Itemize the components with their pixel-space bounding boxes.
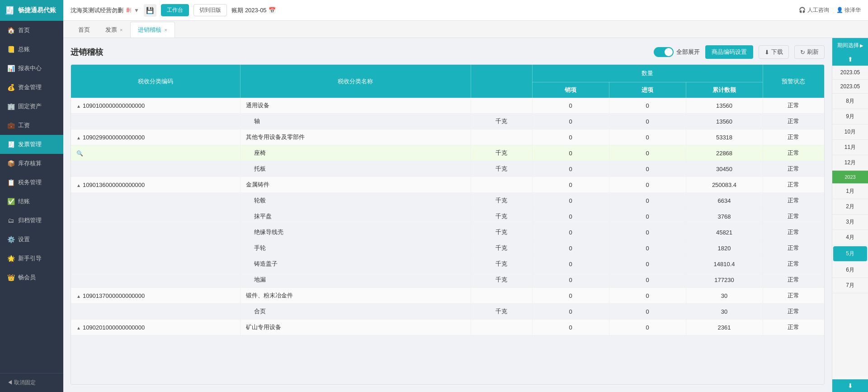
row-total: 30	[686, 304, 763, 320]
toggle-track[interactable]	[654, 47, 674, 57]
expand-toggle[interactable]: 全部展开	[654, 47, 700, 57]
period-item[interactable]: 6月	[832, 263, 868, 278]
calendar-icon[interactable]: 📅	[269, 7, 276, 14]
row-sales: 0	[532, 161, 609, 177]
row-sales: 0	[532, 177, 609, 193]
row-code: ▲1090100000000000000	[71, 98, 240, 114]
row-status: 正常	[763, 193, 824, 209]
sidebar-item-settings[interactable]: ⚙️ 设置	[0, 230, 63, 249]
sidebar-footer-label: ◀ 取消固定	[7, 379, 36, 387]
sidebar-item-fund[interactable]: 💰 资金管理	[0, 78, 63, 97]
sidebar-item-guide[interactable]: 🌟 新手引导	[0, 249, 63, 268]
tab-invoice[interactable]: 发票 ×	[98, 22, 130, 38]
tab-reconcile-close[interactable]: ×	[164, 27, 167, 33]
col-header-code: 税收分类编码	[71, 65, 240, 98]
download-button[interactable]: ⬇ 下载	[759, 45, 789, 59]
sidebar-item-asset[interactable]: 🏢 固定资产	[0, 97, 63, 116]
period-panel-header[interactable]: 期间选择 ▶	[832, 38, 868, 53]
row-sales: 0	[532, 240, 609, 256]
user-profile[interactable]: 👤 徐泽华	[836, 6, 861, 14]
row-unit	[471, 288, 532, 304]
support-link[interactable]: 🎧 人工咨询	[799, 6, 829, 14]
row-name: 其他专用设备及零部件	[240, 129, 471, 145]
page-title: 进销稽核	[71, 47, 103, 57]
row-purchase: 0	[609, 256, 686, 272]
collapse-icon[interactable]: ▲	[76, 294, 81, 299]
collapse-icon[interactable]: ▲	[76, 325, 81, 330]
sidebar-item-member[interactable]: 👑 畅会员	[0, 268, 63, 287]
sidebar-item-label: 首页	[18, 26, 30, 34]
col-header-status: 预警状态	[763, 65, 824, 98]
sidebar-item-label: 新手引导	[18, 254, 42, 263]
user-avatar-icon: 👤	[836, 7, 843, 13]
row-code	[71, 240, 240, 256]
row-status: 正常	[763, 114, 824, 129]
sidebar-item-archive[interactable]: 🗂 归档管理	[0, 211, 63, 230]
switch-version-button[interactable]: 切到旧版	[193, 4, 227, 16]
period-item[interactable]: 7月	[832, 278, 868, 293]
period-item[interactable]: 3月	[832, 215, 868, 230]
tab-home-label: 首页	[78, 26, 90, 34]
sidebar-item-settle[interactable]: ✅ 结账	[0, 192, 63, 211]
tab-home[interactable]: 首页	[71, 22, 98, 38]
period-nav-up[interactable]: ⬆	[832, 53, 868, 66]
row-name: 抹平盘	[240, 209, 471, 225]
row-unit: 千克	[471, 256, 532, 272]
row-total: 53318	[686, 129, 763, 145]
sidebar-item-salary[interactable]: 💼 工资	[0, 116, 63, 135]
tab-reconcile[interactable]: 进销稽核 ×	[130, 22, 175, 38]
save-icon-btn[interactable]: 💾	[144, 4, 156, 17]
period-item[interactable]: 8月	[832, 94, 868, 109]
sidebar-item-ledger[interactable]: 📒 总账	[0, 40, 63, 59]
period-nav-down[interactable]: ⬇	[832, 379, 868, 392]
product-code-setting-button[interactable]: 商品编码设置	[705, 45, 753, 59]
row-sales: 0	[532, 209, 609, 225]
row-code	[71, 193, 240, 209]
row-name: 地漏	[240, 272, 471, 288]
topbar: 沈海英测试经营勿删 删 ▼ 💾 工作台 切到旧版 账期 2023-05 📅 🎧 …	[63, 0, 868, 21]
sidebar-item-report[interactable]: 📊 报表中心	[0, 59, 63, 78]
collapse-icon[interactable]: ▲	[76, 183, 81, 188]
sidebar-item-label: 固定资产	[18, 102, 42, 110]
company-delete[interactable]: 删	[126, 7, 131, 14]
period-item[interactable]: 4月	[832, 230, 868, 245]
sidebar-item-label: 工资	[18, 121, 30, 129]
col-header-total: 累计数额	[686, 82, 763, 98]
collapse-icon[interactable]: ▲	[76, 104, 81, 109]
sidebar-item-label: 设置	[18, 235, 30, 244]
period-item[interactable]: 12月	[832, 155, 868, 171]
period-item[interactable]: 2月	[832, 199, 868, 215]
period-item[interactable]: 2023.05	[832, 66, 868, 80]
table-row: 手轮 千克 0 0 1820 正常	[71, 240, 824, 256]
sidebar-item-tax[interactable]: 📋 税务管理	[0, 173, 63, 192]
search-icon[interactable]: 🔍	[76, 150, 83, 157]
settle-icon: ✅	[7, 198, 14, 205]
row-code	[71, 225, 240, 240]
row-status: 正常	[763, 288, 824, 304]
period-item[interactable]: 11月	[832, 140, 868, 155]
table-row: 轴 千克 0 0 13560 正常	[71, 114, 824, 129]
collapse-icon[interactable]: ▲	[76, 135, 81, 140]
period-year-marker[interactable]: 2023	[832, 171, 868, 184]
company-selector[interactable]: 沈海英测试经营勿删 删 ▼	[71, 6, 139, 14]
row-total: 250083.4	[686, 177, 763, 193]
period-item[interactable]: 9月	[832, 109, 868, 124]
row-code: ▲1090299000000000000	[71, 129, 240, 145]
sidebar-item-label: 归档管理	[18, 216, 42, 225]
period-item[interactable]: 2023.05	[832, 80, 868, 94]
sidebar-item-invoice[interactable]: 🧾 发票管理	[0, 135, 63, 154]
tab-invoice-close[interactable]: ×	[120, 27, 123, 33]
fund-icon: 💰	[7, 84, 14, 91]
row-total: 6634	[686, 193, 763, 209]
period-item[interactable]: 10月	[832, 124, 868, 140]
sidebar-unpin[interactable]: ◀ 取消固定	[0, 373, 63, 392]
refresh-button[interactable]: ↻ 刷新	[794, 45, 825, 59]
sidebar-item-stock[interactable]: 📦 库存核算	[0, 154, 63, 173]
row-unit: 千克	[471, 304, 532, 320]
table-row: 🔍 座椅 千克 0 0 22868 正常	[71, 145, 824, 161]
sidebar-item-home[interactable]: 🏠 首页	[0, 21, 63, 40]
period-item-active[interactable]: 5月	[833, 246, 867, 262]
company-dropdown-icon[interactable]: ▼	[134, 7, 139, 14]
workbench-button[interactable]: 工作台	[161, 4, 189, 16]
period-item[interactable]: 1月	[832, 184, 868, 199]
